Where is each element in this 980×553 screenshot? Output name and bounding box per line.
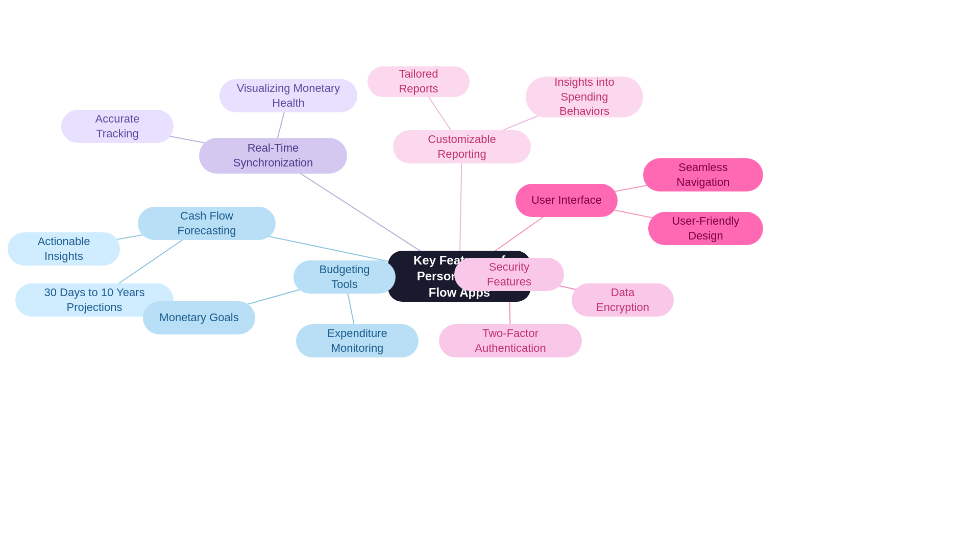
node-cash-flow-forecasting: Cash Flow Forecasting (138, 207, 276, 240)
node-seamless-navigation: Seamless Navigation (643, 158, 763, 191)
node-tailored-reports: Tailored Reports (368, 66, 470, 97)
mind-map: Key Features of Personal Cash Flow AppsR… (0, 0, 980, 553)
node-user-friendly-design: User-Friendly Design (648, 212, 763, 245)
node-actionable-insights: Actionable Insights (8, 232, 120, 266)
node-real-time-sync: Real-Time Synchronization (199, 138, 347, 174)
node-accurate-tracking: Accurate Tracking (61, 110, 174, 143)
node-customizable-reporting: Customizable Reporting (393, 130, 531, 163)
node-data-encryption: Data Encryption (572, 283, 674, 317)
node-expenditure-monitoring: Expenditure Monitoring (296, 324, 419, 357)
node-visualizing-monetary: Visualizing Monetary Health (219, 79, 357, 112)
node-two-factor-auth: Two-Factor Authentication (439, 324, 582, 357)
node-user-interface: User Interface (516, 184, 618, 217)
node-insights-spending: Insights into Spending Behaviors (526, 77, 643, 117)
node-monetary-goals: Monetary Goals (143, 301, 255, 334)
node-budgeting-tools: Budgeting Tools (293, 260, 396, 294)
node-security-features: Security Features (454, 258, 564, 291)
